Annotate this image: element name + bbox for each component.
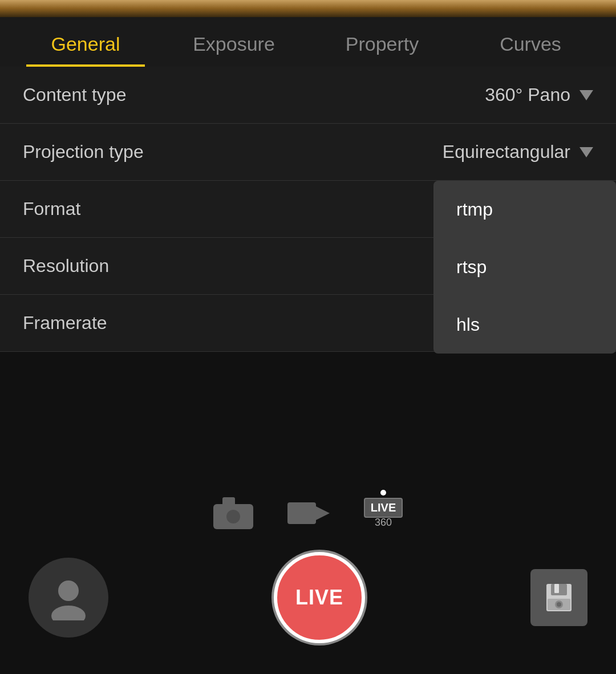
save-button[interactable] xyxy=(530,569,587,626)
video-mode-button[interactable] xyxy=(287,498,330,528)
projection-dropdown-arrow xyxy=(579,147,593,157)
format-option-hls[interactable]: hls xyxy=(433,296,616,354)
svg-point-1 xyxy=(51,606,86,620)
profile-avatar[interactable] xyxy=(29,558,108,638)
bottom-controls: LIVE xyxy=(0,546,616,649)
format-option-rtmp[interactable]: rtmp xyxy=(433,181,616,238)
tab-property[interactable]: Property xyxy=(308,17,456,67)
content-type-label: Content type xyxy=(23,84,126,105)
format-dropdown-menu: rtmp rtsp hls xyxy=(433,181,616,354)
save-icon xyxy=(542,580,576,615)
svg-rect-4 xyxy=(554,584,559,593)
tab-exposure[interactable]: Exposure xyxy=(160,17,308,67)
format-row: Format rtmp rtsp hls xyxy=(0,181,616,238)
live-dot xyxy=(380,490,386,496)
projection-type-label: Projection type xyxy=(23,141,144,163)
content-type-row: Content type 360° Pano xyxy=(0,67,616,124)
user-icon xyxy=(46,575,91,620)
content-type-dropdown-arrow xyxy=(579,90,593,100)
svg-point-7 xyxy=(557,602,561,607)
resolution-label: Resolution xyxy=(23,255,109,277)
camera-icon xyxy=(213,497,253,529)
framerate-label: Framerate xyxy=(23,312,107,334)
svg-point-0 xyxy=(58,580,79,601)
camera-preview-strip xyxy=(0,0,616,17)
camera-mode-button[interactable] xyxy=(213,497,253,529)
bottom-bar: LIVE 360 LIVE xyxy=(0,480,616,674)
mode-icons-row: LIVE 360 xyxy=(213,497,403,529)
format-label: Format xyxy=(23,198,80,220)
content-type-value[interactable]: 360° Pano xyxy=(485,84,593,105)
live-record-button[interactable]: LIVE xyxy=(274,552,365,643)
settings-panel: Content type 360° Pano Projection type E… xyxy=(0,67,616,352)
live-360-mode-button[interactable]: LIVE 360 xyxy=(364,498,403,529)
tab-curves[interactable]: Curves xyxy=(456,17,605,67)
live-360-label: 360 xyxy=(375,517,392,529)
projection-type-value[interactable]: Equirectangular xyxy=(443,141,593,163)
tab-general[interactable]: General xyxy=(11,17,160,67)
projection-type-row: Projection type Equirectangular xyxy=(0,124,616,181)
video-icon xyxy=(287,498,330,528)
format-option-rtsp[interactable]: rtsp xyxy=(433,238,616,296)
tab-bar: General Exposure Property Curves xyxy=(0,17,616,67)
live-badge: LIVE xyxy=(364,498,403,518)
